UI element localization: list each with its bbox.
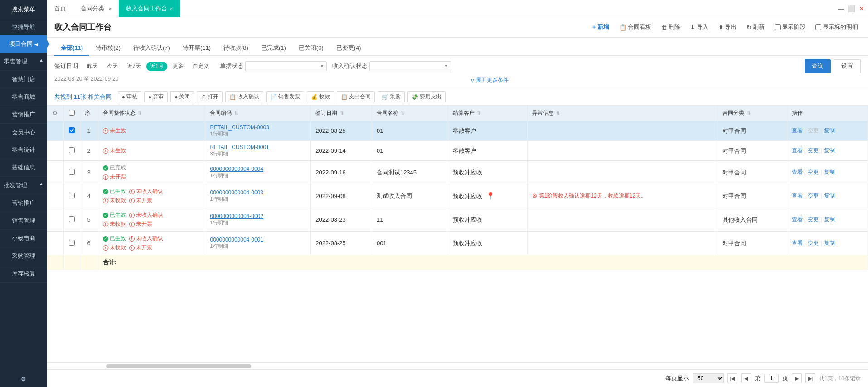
row3-contract-code-link[interactable]: 0000000000004-0004	[210, 166, 306, 172]
sidebar-item-xiaochangec[interactable]: 小畅电商	[0, 230, 47, 247]
import-button[interactable]: ⬇ 导入	[688, 22, 711, 33]
sidebar-item-purchase[interactable]: 采购管理	[0, 247, 47, 265]
filter-tab-changed[interactable]: 已变更(4)	[330, 41, 368, 56]
row4-change-btn[interactable]: 变更	[808, 192, 819, 200]
date-btn-last1month[interactable]: 近1月	[146, 62, 168, 71]
sidebar-item-retail[interactable]: 零售管理 ▲	[0, 53, 47, 71]
sidebar-item-retail-mall[interactable]: 零售商城	[0, 88, 47, 106]
date-btn-today[interactable]: 今天	[103, 62, 121, 71]
col-contract-category-header[interactable]: 合同分类 ⇅	[718, 106, 787, 121]
page-size-select[interactable]: 50 100	[693, 373, 724, 383]
receive-button[interactable]: 💰 收款	[307, 91, 334, 102]
window-minimize-icon[interactable]: —	[838, 5, 844, 12]
col-sign-date-header[interactable]: 签订日期 ⇅	[311, 106, 372, 121]
sidebar-settings[interactable]: ⚙	[0, 371, 47, 387]
filter-tab-all[interactable]: 全部(11)	[54, 41, 89, 56]
sidebar-search[interactable]: 搜索菜单	[0, 0, 47, 19]
date-btn-more[interactable]: 更多	[169, 62, 187, 71]
sidebar-item-retail-stats[interactable]: 零售统计	[0, 141, 47, 159]
horizontal-scrollbar[interactable]	[106, 364, 251, 368]
select-all-checkbox[interactable]	[69, 110, 75, 116]
row2-view-btn[interactable]: 查看	[792, 147, 803, 155]
row1-checkbox[interactable]	[69, 127, 75, 133]
show-stages-input[interactable]	[775, 24, 781, 30]
abandon-button[interactable]: ● 弃审	[144, 91, 168, 102]
sidebar-item-base-info[interactable]: 基础信息	[0, 159, 47, 177]
first-page-btn[interactable]: |◀	[727, 373, 737, 383]
row3-checkbox[interactable]	[69, 169, 75, 175]
sidebar-nav[interactable]: 快捷导航	[0, 19, 47, 35]
filter-tab-pending-income-confirm[interactable]: 待收入确认(7)	[127, 41, 176, 56]
row4-copy-btn[interactable]: 复制	[824, 192, 835, 200]
expense-button[interactable]: 💸 费用支出	[407, 91, 446, 102]
show-stages-checkbox[interactable]: 显示阶段	[772, 22, 808, 33]
row6-copy-btn[interactable]: 复制	[824, 239, 835, 247]
row2-contract-code-link[interactable]: RETAIL_CUSTOM-0001	[210, 144, 306, 150]
col-gear[interactable]: ⚙	[47, 106, 63, 121]
pay-contract-button[interactable]: 📋 支出合同	[337, 91, 375, 102]
tab-income-contract-close[interactable]: ×	[170, 0, 173, 17]
row3-copy-btn[interactable]: 复制	[824, 169, 835, 176]
row5-view-btn[interactable]: 查看	[792, 216, 803, 223]
tab-home[interactable]: 首页	[47, 0, 73, 17]
window-close-icon[interactable]: ✕	[859, 5, 864, 12]
row6-view-btn[interactable]: 查看	[792, 239, 803, 247]
expand-conditions-button[interactable]: ∨ 展开更多条件	[470, 77, 509, 84]
print-button[interactable]: 🖨 打开	[197, 91, 223, 102]
sidebar-item-smart-store[interactable]: 智慧门店	[0, 71, 47, 88]
col-contract-name-header[interactable]: 合同名称 ⇅	[372, 106, 448, 121]
review-button[interactable]: ● 审核	[118, 91, 141, 102]
delete-button[interactable]: 🗑 删除	[659, 22, 683, 33]
row4-checkbox[interactable]	[69, 193, 75, 198]
sidebar-item-project[interactable]: 项目合同 ◀	[0, 35, 47, 53]
date-btn-last7[interactable]: 近7天	[123, 62, 145, 71]
filter-tab-pending-invoice[interactable]: 待开票(11)	[176, 41, 217, 56]
window-restore-icon[interactable]: ⬜	[848, 5, 855, 12]
tab-contract-cat-close[interactable]: ×	[109, 6, 112, 11]
col-settlement-customer-header[interactable]: 结算客户 ⇅	[448, 106, 527, 121]
row1-contract-code-link[interactable]: RETAIL_CUSTOM-0003	[210, 124, 306, 131]
tab-income-contract[interactable]: 收入合同工作台 ×	[119, 0, 180, 17]
last-page-btn[interactable]: ▶|	[805, 373, 815, 383]
contract-board-button[interactable]: 📋 合同看板	[616, 22, 654, 33]
filter-tab-pending-payment[interactable]: 待收款(8)	[217, 41, 255, 56]
row2-checkbox[interactable]	[69, 147, 75, 153]
row5-copy-btn[interactable]: 复制	[824, 216, 835, 223]
row5-checkbox[interactable]	[69, 216, 75, 222]
purchase-button[interactable]: 🛒 采购	[378, 91, 405, 102]
sales-invoice-button[interactable]: 📄 销售发票	[266, 91, 304, 102]
filter-tab-completed[interactable]: 已完成(1)	[255, 41, 292, 56]
col-overall-status-header[interactable]: 合同整体状态 ⇅	[98, 106, 205, 121]
row1-view-btn[interactable]: 查看	[792, 127, 803, 135]
row3-view-btn[interactable]: 查看	[792, 169, 803, 176]
new-button[interactable]: + 新增	[590, 22, 612, 33]
row5-contract-code-link[interactable]: 0000000000004-0002	[210, 213, 306, 219]
col-contract-code-header[interactable]: 合同编码 ⇅	[205, 106, 311, 121]
income-confirm-button[interactable]: 📋 收入确认	[225, 91, 263, 102]
row5-change-btn[interactable]: 变更	[808, 216, 819, 223]
sidebar-item-marketing[interactable]: 营销推广	[0, 106, 47, 124]
date-btn-custom[interactable]: 自定义	[189, 62, 213, 71]
query-button[interactable]: 查询	[805, 59, 831, 73]
row4-contract-code-link[interactable]: 0000000000004-0003	[210, 189, 306, 196]
close-contract-button[interactable]: ● 关闭	[170, 91, 194, 102]
page-input[interactable]	[764, 374, 779, 383]
filter-tab-pending-review[interactable]: 待审核(2)	[89, 41, 127, 56]
sidebar-item-member[interactable]: 会员中心	[0, 124, 47, 141]
setting-button[interactable]: 设置	[834, 59, 861, 73]
row3-change-btn[interactable]: 变更	[808, 169, 819, 176]
doc-status-select[interactable]	[245, 61, 327, 71]
filter-tab-closed[interactable]: 已关闭(0)	[292, 41, 330, 56]
show-label-detail-input[interactable]	[815, 24, 821, 30]
sidebar-item-marketing2[interactable]: 营销推广	[0, 194, 47, 212]
row6-change-btn[interactable]: 变更	[808, 239, 819, 247]
sidebar-item-inventory[interactable]: 库存核算	[0, 265, 47, 283]
row6-contract-code-link[interactable]: 0000000000004-0001	[210, 237, 306, 243]
show-label-detail-checkbox[interactable]: 显示标的明细	[813, 22, 861, 33]
row2-change-btn[interactable]: 变更	[808, 147, 819, 155]
refresh-button[interactable]: ↻ 刷新	[744, 22, 767, 33]
prev-page-btn[interactable]: ◀	[741, 373, 751, 383]
income-confirm-select[interactable]	[369, 61, 451, 71]
col-error-info-header[interactable]: 异常信息 ⇅	[527, 106, 718, 121]
row6-checkbox[interactable]	[69, 240, 75, 246]
